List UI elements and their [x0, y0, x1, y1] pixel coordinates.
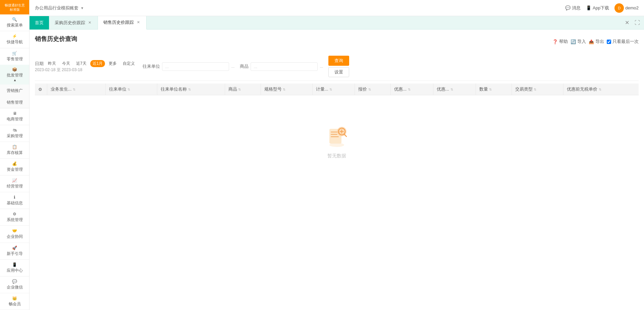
only-last-checkbox[interactable]: [607, 40, 611, 44]
sidebar-item-label-finance-mgmt: 资金管理: [7, 167, 23, 172]
col-price[interactable]: 报价 ⇅: [355, 84, 391, 95]
col-settings[interactable]: ⚙: [35, 84, 47, 95]
topbar-user[interactable]: D demo2: [614, 3, 639, 13]
wholesale-expand-icon: ▲: [13, 78, 17, 82]
col-business-date[interactable]: 业务发生... ⇅: [47, 84, 105, 95]
sidebar-item-new-user-guide[interactable]: 🚀 新手引导: [0, 243, 29, 260]
app-subtitle: 标准版: [10, 7, 20, 12]
help-action[interactable]: ❓ 帮助: [552, 39, 568, 45]
sidebar-item-app-center[interactable]: 📱 应用中心: [0, 260, 29, 276]
col-discount1[interactable]: 优惠... ⇅: [391, 84, 433, 95]
sidebar-item-label-wholesale-mgmt: 批发管理: [7, 72, 23, 78]
sort-icon-discount1: ⇅: [408, 88, 411, 91]
date-btn-today[interactable]: 今天: [60, 60, 72, 67]
vip-member-icon: 👑: [12, 296, 17, 301]
only-last-checkbox-label[interactable]: 只看最后一次: [607, 39, 639, 45]
sidebar-item-search-menu[interactable]: 🔍 搜索菜单: [0, 14, 29, 31]
col-discount2[interactable]: 优惠... ⇅: [433, 84, 476, 95]
sidebar-item-marketing[interactable]: 营销推广: [0, 85, 29, 96]
empty-state-icon: [323, 122, 350, 149]
sidebar-item-retail-mgmt[interactable]: 🛒 零售管理: [0, 48, 29, 65]
tab-sales-history-close[interactable]: ✕: [136, 20, 141, 25]
tab-sales-history[interactable]: 销售历史价跟踪 ✕: [98, 16, 147, 30]
col-partner-code[interactable]: 往来单位 ⇅: [105, 84, 157, 95]
message-label: 消息: [572, 5, 581, 11]
close-all-tabs-button[interactable]: ✕: [624, 18, 631, 27]
col-partner-name[interactable]: 往来单位名称 ⇅: [157, 84, 225, 95]
empty-text: 暂无数据: [327, 153, 346, 159]
sort-icon-pretax-price: ⇅: [599, 88, 601, 91]
help-icon: ❓: [552, 39, 558, 44]
sidebar-item-finance-mgmt[interactable]: 💰 资金管理: [0, 159, 29, 175]
date-btn-more[interactable]: 更多: [106, 60, 119, 67]
topbar-dropdown-icon[interactable]: ▾: [81, 6, 83, 10]
message-icon: 💬: [565, 5, 571, 10]
date-btn-custom[interactable]: 自定义: [120, 60, 137, 67]
business-mgmt-icon: 📈: [12, 178, 17, 183]
date-btn-yesterday[interactable]: 昨天: [46, 60, 58, 67]
col-product[interactable]: 商品 ⇅: [225, 84, 261, 95]
table-settings-icon[interactable]: ⚙: [38, 87, 42, 92]
topbar-message-action[interactable]: 💬 消息: [565, 5, 581, 11]
main-content: 办公用品行业模拟账套 ▾ 💬 消息 📱 App下载 D demo2 首页 采购历…: [30, 0, 644, 310]
sort-icon-partner-name: ⇅: [188, 88, 191, 91]
product-dots-icon: ...: [320, 64, 323, 69]
col-discount1-label: 优惠...: [394, 87, 407, 92]
sidebar-item-system-mgmt[interactable]: ⚙ 系统管理: [0, 209, 29, 226]
export-action[interactable]: 📤 导出: [589, 39, 604, 45]
export-label: 导出: [595, 39, 604, 45]
filter-product-input[interactable]: [251, 62, 318, 71]
sidebar-item-inventory-check[interactable]: 📋 库存核算: [0, 142, 29, 159]
sidebar-item-label-ecommerce-mgmt: 电商管理: [7, 116, 23, 122]
date-btn-last7days[interactable]: 近7天: [74, 60, 89, 67]
col-unit[interactable]: 计量... ⇅: [312, 84, 355, 95]
col-business-date-label: 业务发生...: [51, 87, 72, 92]
tab-purchase-history-close[interactable]: ✕: [87, 20, 92, 25]
settings-button[interactable]: 设置: [328, 67, 349, 77]
table-header-row: ⚙ 业务发生... ⇅ 往来单位 ⇅ 往来单位名称 ⇅: [35, 84, 639, 95]
sidebar-item-wholesale-mgmt[interactable]: 📦 批发管理 ▲: [0, 65, 29, 85]
sidebar-item-sales-mgmt[interactable]: 销售管理: [0, 96, 29, 108]
sidebar-item-vip-member[interactable]: 👑 畅会员: [0, 293, 29, 310]
filter-product-group: 商品 ...: [240, 62, 323, 71]
col-partner-code-label: 往来单位: [109, 87, 126, 92]
sidebar-item-label-system-mgmt: 系统管理: [7, 217, 23, 223]
import-action[interactable]: 🔄 导入: [571, 39, 586, 45]
sidebar-item-basic-info[interactable]: ℹ 基础信息: [0, 192, 29, 209]
tabbar: 首页 采购历史价跟踪 ✕ 销售历史价跟踪 ✕ ✕ ⛶: [30, 16, 644, 30]
col-pretax-price[interactable]: 优惠前无税单价 ⇅: [563, 84, 639, 95]
topbar-app-download-action[interactable]: 📱 App下载: [586, 5, 609, 11]
sidebar-item-business-mgmt[interactable]: 📈 经营管理: [0, 175, 29, 192]
query-btn-col: 查询 设置: [328, 56, 349, 77]
date-range-display: 2023-02-18 至 2023-03-18: [35, 67, 137, 73]
filter-partner-input[interactable]: [162, 62, 229, 71]
page-title: 销售历史价查询: [35, 35, 77, 43]
query-button[interactable]: 查询: [328, 56, 349, 66]
tab-purchase-history[interactable]: 采购历史价跟踪 ✕: [49, 16, 98, 30]
fullscreen-button[interactable]: ⛶: [633, 18, 641, 27]
date-shortcuts: 昨天 今天 近7天 近1月 更多 自定义: [46, 60, 137, 67]
sidebar-item-quick-nav[interactable]: ⚡ 快捷导航: [0, 31, 29, 48]
col-price-label: 报价: [358, 87, 367, 92]
app-logo: 畅捷通好生意 标准版: [0, 0, 29, 14]
sidebar-item-label-retail-mgmt: 零售管理: [7, 56, 23, 62]
toolbar-right: ❓ 帮助 🔄 导入 📤 导出 只看最后一次: [552, 39, 639, 45]
sidebar-item-purchase-mgmt[interactable]: 🛍 采购管理: [0, 125, 29, 142]
col-trade-type[interactable]: 交易类型 ⇅: [512, 84, 563, 95]
col-spec-label: 规格型号: [264, 87, 282, 92]
sidebar-item-enterprise-agreement[interactable]: 🤝 企业协同: [0, 226, 29, 243]
sidebar-item-enterprise-wechat[interactable]: 💬 企业微信: [0, 276, 29, 293]
app-logo-text: 畅捷通好生意: [5, 3, 25, 7]
sidebar-item-ecommerce-mgmt[interactable]: 🖥 电商管理: [0, 108, 29, 125]
tab-home[interactable]: 首页: [30, 16, 49, 30]
date-btn-last1month[interactable]: 近1月: [90, 60, 105, 67]
sort-icon-spec: ⇅: [283, 88, 285, 91]
sort-icon-partner-code: ⇅: [127, 88, 130, 91]
page-content: 销售历史价查询 ❓ 帮助 🔄 导入 📤 导出 只看最后一次: [30, 30, 644, 310]
search-menu-icon: 🔍: [12, 17, 17, 22]
only-last-label: 只看最后一次: [612, 39, 639, 45]
col-quantity[interactable]: 数量 ⇅: [476, 84, 512, 95]
col-spec[interactable]: 规格型号 ⇅: [261, 84, 312, 95]
col-discount2-label: 优惠...: [437, 87, 449, 92]
basic-info-icon: ℹ: [14, 195, 15, 200]
